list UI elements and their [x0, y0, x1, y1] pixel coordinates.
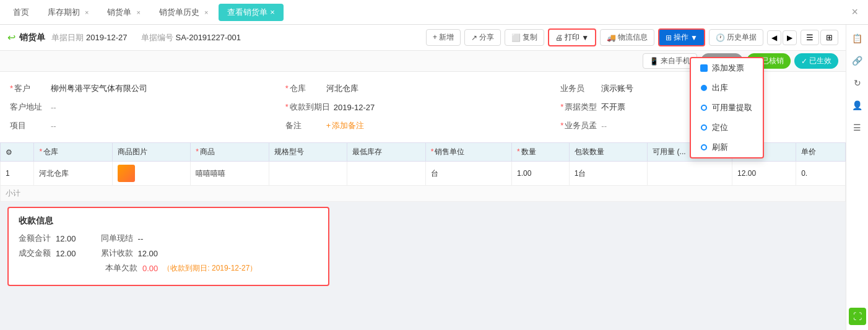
- balance-due-value: 0.00: [142, 264, 158, 273]
- doc-icon: ↩: [7, 32, 15, 43]
- salesperson-value: --: [601, 121, 607, 131]
- invoice-value: 不开票: [601, 102, 625, 113]
- add-invoice-item[interactable]: 添加发票: [691, 58, 763, 78]
- summary-box: 收款信息 金额合计 12.00 同单现结 -- 成交金额 12.00 累计收款: [7, 207, 329, 286]
- next-button[interactable]: ▶: [783, 30, 797, 45]
- balance-due-suffix: （收款到期日: 2019-12-27）: [163, 263, 257, 274]
- row-product: 嘻嘻嘻嘻: [191, 162, 269, 186]
- sidebar-refresh-icon[interactable]: ↻: [849, 74, 866, 92]
- mobile-icon: 📱: [649, 57, 659, 66]
- project-field: 项目 --: [10, 120, 285, 131]
- col-warehouse: 仓库: [34, 143, 112, 162]
- locate-icon: [700, 123, 708, 132]
- row-stock: 12.00: [732, 162, 796, 186]
- close-sales-order[interactable]: ×: [136, 9, 140, 16]
- note-field: 备注 添加备注: [285, 120, 561, 131]
- effective-button[interactable]: ✓ 已生效: [794, 53, 838, 69]
- col-min-stock: 最低库存: [347, 143, 425, 162]
- summary-row-2: 成交金额 12.00 累计收款 12.00: [19, 248, 318, 259]
- refresh-item[interactable]: 刷新: [691, 137, 763, 157]
- warehouse-value: 河北仓库: [326, 83, 358, 94]
- row-min-stock: [347, 162, 425, 186]
- summary-row-1: 金额合计 12.00 同单现结 --: [19, 233, 318, 244]
- close-sales-history[interactable]: ×: [204, 9, 208, 16]
- tab-sales-order[interactable]: 销货单 ×: [99, 2, 148, 22]
- accumulated-value: 12.00: [138, 249, 158, 258]
- copy-icon: ⬜: [511, 33, 521, 42]
- logistics-icon: 🚚: [607, 33, 616, 42]
- view-list-button[interactable]: ☰: [801, 30, 819, 45]
- view-toggle: ☰ ⊞: [801, 30, 838, 45]
- accumulated-receipt-item: 累计收款 12.00: [101, 248, 158, 259]
- row-qty: 1.00: [512, 162, 570, 186]
- row-product-img: [112, 162, 190, 186]
- refresh-icon: [700, 143, 708, 152]
- copy-button[interactable]: ⬜ 复制: [505, 29, 544, 46]
- salesperson-label: 业务员孟: [560, 120, 597, 131]
- same-order-settlement-item: 同单现结 --: [101, 233, 144, 244]
- due-date-value: 2019-12-27: [334, 103, 375, 112]
- summary-row-3: 本单欠款 0.00 （收款到期日: 2019-12-27）: [19, 263, 318, 274]
- tab-view-sales[interactable]: 查看销货单 ×: [219, 4, 284, 21]
- table-row: 1 河北仓库 嘻嘻嘻嘻 台 1.00 1台 12: [1, 162, 846, 186]
- sidebar-doc-icon[interactable]: 📋: [849, 30, 866, 47]
- print-button[interactable]: 🖨 打印 ▼: [548, 28, 596, 46]
- total-amount-value: 12.00: [56, 234, 76, 243]
- invoice-label: 票据类型: [560, 102, 597, 113]
- print-icon: 🖨: [555, 33, 563, 42]
- col-product: 商品: [191, 143, 269, 162]
- row-warehouse: 河北仓库: [34, 162, 112, 186]
- history-icon: 🕐: [716, 33, 725, 42]
- main-container: 首页 库存期初 × 销货单 × 销货单历史 × 查看销货单 × × ↩ 销货单 …: [0, 0, 868, 330]
- history-button[interactable]: 🕐 历史单据: [709, 29, 763, 46]
- window-close-button[interactable]: ×: [846, 6, 863, 19]
- row-pkg-qty: 1台: [569, 162, 647, 186]
- tab-sales-history[interactable]: 销货单历史 ×: [151, 2, 216, 22]
- doc-no-field: 单据编号 SA-20191227-001: [141, 32, 241, 43]
- operations-button[interactable]: ⊞ 操作 ▼: [658, 28, 705, 46]
- share-button[interactable]: ↗ 分享: [464, 29, 501, 46]
- date-field: 单据日期 2019-12-27: [51, 32, 128, 43]
- row-avail: [648, 162, 732, 186]
- sidebar-expand-icon[interactable]: ⛶: [849, 308, 866, 325]
- sidebar-user-icon[interactable]: 👤: [849, 97, 866, 114]
- warehouse-label: 仓库: [285, 83, 323, 94]
- effective-check-icon: ✓: [801, 57, 807, 66]
- deal-amount-item: 成交金额 12.00: [19, 248, 76, 259]
- due-date-field: 收款到期日 2019-12-27: [285, 102, 561, 113]
- logistics-button[interactable]: 🚚 物流信息: [600, 29, 654, 46]
- tab-bar: 首页 库存期初 × 销货单 × 销货单历史 × 查看销货单 × ×: [0, 0, 868, 25]
- customer-label: 客户: [10, 83, 47, 94]
- close-inventory-init[interactable]: ×: [85, 9, 89, 16]
- prev-button[interactable]: ◀: [767, 30, 781, 45]
- sidebar-list-icon[interactable]: ☰: [849, 119, 866, 136]
- avail-extract-item[interactable]: 可用量提取: [691, 98, 763, 118]
- col-price: 单价: [796, 143, 846, 162]
- balance-due-item: 本单欠款 0.00 （收款到期日: 2019-12-27）: [105, 263, 257, 274]
- col-settings[interactable]: ⚙: [1, 143, 34, 162]
- sidebar-link-icon[interactable]: 🔗: [849, 52, 866, 69]
- col-spec: 规格型号: [269, 143, 347, 162]
- tab-home[interactable]: 首页: [5, 2, 37, 22]
- add-button[interactable]: + 新增: [426, 29, 461, 46]
- from-mobile-button[interactable]: 📱 来自手机: [643, 53, 697, 69]
- share-icon: ↗: [471, 33, 477, 42]
- tab-inventory-init[interactable]: 库存期初 ×: [40, 2, 97, 22]
- address-label: 客户地址: [10, 102, 47, 113]
- row-no: 1: [1, 162, 34, 186]
- doc-title: 销货单: [19, 32, 45, 43]
- subtotal-row: 小计: [1, 186, 846, 202]
- view-grid-button[interactable]: ⊞: [820, 30, 838, 45]
- locate-item[interactable]: 定位: [691, 118, 763, 137]
- close-view-sales[interactable]: ×: [270, 7, 275, 17]
- operations-dropdown: 添加发票 出库 可用量提取 定位 刷新: [690, 57, 764, 158]
- address-value: --: [51, 103, 56, 112]
- project-value: --: [51, 121, 56, 131]
- address-field: 客户地址 --: [10, 102, 285, 113]
- operations-dropdown-icon: ▼: [690, 33, 698, 42]
- same-order-label: 同单现结: [101, 233, 133, 244]
- outbound-item[interactable]: 出库: [691, 78, 763, 98]
- col-qty: 数量: [512, 143, 570, 162]
- add-note-button[interactable]: 添加备注: [326, 120, 365, 131]
- right-sidebar: 📋 🔗 ↻ 👤 ☰ ⛶: [846, 25, 868, 330]
